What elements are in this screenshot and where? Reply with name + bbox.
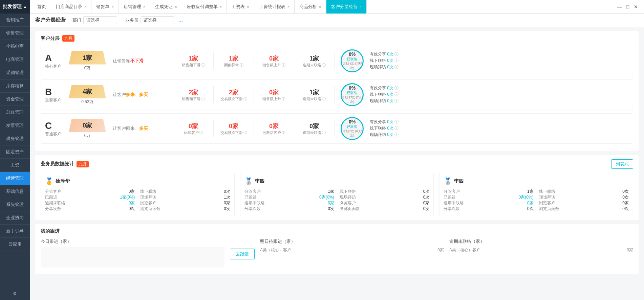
tab-销货单[interactable]: 销货单× [91,0,119,14]
info-icon: ⓘ [282,63,285,68]
sidebar-item-营销推广[interactable]: 营销推广 [0,14,30,27]
tier-right-stat-row: 有效分享 0次 ⓘ [370,85,399,91]
sidebar-item-税务管理[interactable]: 税务管理 [0,132,30,145]
tier-right-stats-B: 有效分享 0次 ⓘ线下联络 0次 ⓘ现场拜访 0次 ⓘ [370,85,399,105]
tier-right-stat-value[interactable]: 0次 [387,65,393,69]
staff-stat-value: 0次 [622,194,629,200]
tier-divider-2 [334,86,335,103]
tier-count-num: 0家 [73,121,102,130]
tier-right-stat-value[interactable]: 0次 [387,126,393,131]
sidebar-item-新手引导[interactable]: 新手引导 [0,225,30,238]
list-view-button[interactable]: 列表式 [611,159,633,169]
staff-stat-row-0-3: 现场拜访 1次 [140,194,230,200]
staff-card-2: 🥈 李四 分管客户 1家 已跟进 0家(0%) 逾期未联络 0家 分享次数 0次… [439,173,633,216]
tier-right-stat-row: 现场拜访 0次 ⓘ [370,64,399,70]
sidebar-item-云应用[interactable]: 云应用 [0,238,30,251]
sidebar-item-基础信息[interactable]: 基础信息 [0,185,30,198]
tab-工资统计报表[interactable]: 工资统计报表× [254,0,295,14]
staff-stat-row-1-1: 线下联络 0次 [340,189,429,194]
tab-close-销货单[interactable]: × [111,5,113,9]
staff-stat-value[interactable]: 0家(0%) [519,194,534,200]
tier-right-stat-value[interactable]: 0次 [387,58,393,63]
sidebar-item-系统管理[interactable]: 系统管理 [0,198,30,211]
tab-应收应付调整单[interactable]: 应收应付调整单× [182,0,227,14]
tab-close-应收应付调整单[interactable]: × [220,5,222,9]
tab-生成凭证[interactable]: 生成凭证× [150,0,182,14]
sidebar-item-经营管理[interactable]: 经营管理 [0,172,30,185]
tier-right-stat-value[interactable]: 0次 [387,98,393,103]
info-icon: ⓘ [394,119,399,124]
sidebar-item-采购管理[interactable]: 采购管理 [0,66,30,79]
tier-right-stat-value[interactable]: 0次 [387,132,393,137]
info-icon: ⓘ [394,52,399,56]
tab-close-生成凭证[interactable]: × [175,5,177,9]
tab-工资表[interactable]: 工资表× [227,0,254,14]
tab-close-工资表[interactable]: × [247,5,249,9]
tier-right-stat-value[interactable]: 0次 [387,119,393,124]
overdue-progress-label: 逾期未联络（家） [449,238,633,245]
tab-门店商品目录[interactable]: 门店商品目录× [51,0,91,14]
tier-right-stat-row: 线下联络 0次 ⓘ [370,58,399,64]
staff-stats-col-right-0: 线下联络 0次 现场拜访 1次 浏览客户 0家 浏览页面数 0次 [140,189,230,212]
tier-circle-sub: 计划 17次 (7天/次) [342,95,363,104]
sidebar-item-资金管理[interactable]: 资金管理 [0,93,30,106]
sidebar-item-销售管理[interactable]: 销售管理 [0,27,30,40]
staff-stats-section: 业务员数据统计 九月 列表式 🥇 徐泽华 分管客户 0家 已跟进 1家(0%) … [35,155,639,220]
staff-stat-label: 分管客户 [244,189,261,194]
tomorrow-progress-card: 明日待跟进（家） A类（核心）客户 0家 [260,238,444,254]
staff-stat-value[interactable]: 1家(0%) [120,194,135,200]
sidebar-item-工资[interactable]: 工资 [0,159,30,172]
page-title: 客户分层经营 [35,17,66,23]
tier-stat-label: 逾期未联络 ⓘ [303,63,326,68]
staff-select[interactable]: 请选择 [141,16,174,24]
tier-right-stat-value[interactable]: 0次 [387,92,393,97]
tab-店铺管理[interactable]: 店铺管理× [119,0,150,14]
tab-close-客户分层经营[interactable]: × [360,5,362,9]
tier-desc-B: 让客户多来、多买 [113,92,167,98]
sidebar-item-库存核算[interactable]: 库存核算 [0,79,30,93]
tab-商品分析[interactable]: 商品分析× [295,0,326,14]
tier-right-stat-value[interactable]: 0次 [387,86,393,90]
tier-stat-label: 销售额上升 ⓘ [262,96,285,101]
sidebar-item-发票管理[interactable]: 发票管理 [0,119,30,132]
staff-stat-value[interactable]: 0家 [129,200,135,206]
staff-stat-value: 0次 [129,206,135,212]
info-icon: ⓘ [201,96,205,101]
sidebar-item-固定资产[interactable]: 固定资产 [0,145,30,159]
sidebar-item-总账管理[interactable]: 总账管理 [0,106,30,119]
staff-stat-value[interactable]: 0家 [527,200,534,206]
tier-stat-label: 休眠客户 ⓘ [184,130,203,135]
tab-close-商品分析[interactable]: × [319,5,321,9]
sidebar-item-电商管理[interactable]: 电商管理 [0,53,30,66]
tier-desc-A: 让销售额不下滑 [113,58,167,64]
tab-close-工资统计报表[interactable]: × [287,5,289,9]
staff-stat-label: 线下联络 [340,189,356,194]
sidebar-item-企业协同[interactable]: 企业协同 [0,211,30,225]
more-button[interactable]: ... [178,17,183,23]
tab-close-店铺管理[interactable]: × [143,5,145,9]
tier-right-stat-value[interactable]: 0次 [387,52,393,56]
go-progress-button[interactable]: 去跟进 [230,249,255,259]
info-icon: ⓘ [394,126,399,131]
tab-close-门店商品目录[interactable]: × [84,5,86,9]
staff-stat-value[interactable]: 0家(0%) [319,194,334,200]
tier-stat-num: 0家 [309,122,319,130]
sidebar-collapse-icon[interactable]: ▲ [23,4,27,9]
maximize-button[interactable]: □ [625,4,630,9]
tier-stat-label: 回购异常 ⓘ [224,63,243,68]
sidebar-settings[interactable]: ⚙ [0,287,30,300]
staff-stat-label: 分管客户 [444,189,460,194]
tier-right-stats-A: 有效分享 0次 ⓘ线下联络 0次 ⓘ现场拜访 0次 ⓘ [370,51,399,71]
minimize-button[interactable]: — [617,4,622,9]
tier-count-num: 1家 [73,54,102,62]
staff-stat-label: 逾期未联络 [444,200,464,206]
tier-stat-num: 2家 [229,88,238,96]
staff-stat-value[interactable]: 0家 [328,200,334,206]
tab-客户分层经营[interactable]: 客户分层经营× [326,0,367,14]
sidebar-item-小畅电商[interactable]: 小畅电商 [0,40,30,53]
staff-stat-value: 0家 [622,200,629,206]
close-button[interactable]: ✕ [633,4,639,9]
tab-首页[interactable]: 首页 [33,0,51,14]
dept-select[interactable]: 请选择 [83,16,117,24]
info-icon: ⓘ [322,63,326,68]
